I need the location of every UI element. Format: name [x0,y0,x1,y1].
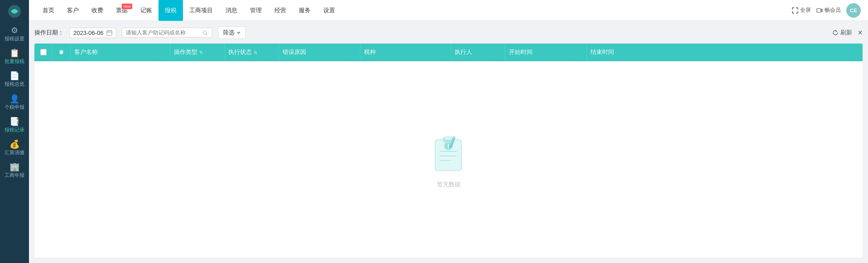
date-label: 操作日期： [34,29,64,37]
svg-rect-2 [106,30,111,35]
date-value: 2023-06-06 [73,29,104,36]
sidebar-item-huisuanjiaoshu[interactable]: 💰 汇算清缴 [0,136,29,159]
toolbar-right: 刷新 × [832,28,863,38]
th-executor: 执行人 [451,44,505,61]
batch-tax-icon: 📋 [10,49,19,57]
th-checkbox[interactable] [34,44,53,61]
th-error-reason: 错误原因 [279,44,360,61]
filter-button[interactable]: 筛选 [218,26,246,39]
table-header: 客户名称 操作类型 ⇅ 执行状态 ⇅ 错误原因 税种 执行人 [34,44,863,61]
refresh-icon [832,29,839,36]
th-exec-status[interactable]: 执行状态 ⇅ [225,44,279,61]
nav-manage[interactable]: 管理 [244,0,268,21]
sidebar-item-piliangbaoshui[interactable]: 📋 批量报税 [0,45,29,68]
svg-point-18 [448,147,449,148]
top-navigation: 首页 客户 收费 票据 new 记账 报税 工商项目 消息 管理 经营 服务 设… [29,0,868,21]
video-icon [816,7,823,14]
sidebar-item-baoshuizonglan[interactable]: 📄 报税总览 [0,68,29,91]
data-table: 客户名称 操作类型 ⇅ 执行状态 ⇅ 错误原因 税种 执行人 [34,44,863,258]
sidebar: ⚙ 报税设置 📋 批量报税 📄 报税总览 👤 个税申报 📑 报税记录 💰 汇算清… [0,0,29,263]
annual-report-icon: 🏢 [10,163,19,171]
nav-charge[interactable]: 收费 [85,0,110,21]
nav-customer[interactable]: 客户 [61,0,85,21]
sidebar-item-baoshuishezhi[interactable]: ⚙ 报税设置 [0,23,29,45]
nav-tax[interactable]: 报税 [158,0,183,21]
empty-illustration [428,131,469,176]
logo [0,0,29,23]
nav-message[interactable]: 消息 [219,0,244,21]
chevron-down-icon [236,30,241,35]
svg-rect-1 [817,9,821,12]
svg-rect-11 [445,136,452,140]
sidebar-item-baoshuijilu[interactable]: 📑 报税记录 [0,114,29,136]
topnav-right: 全屏 畅会员 CE [792,3,861,18]
nav-settings[interactable]: 设置 [317,0,341,21]
nav-business[interactable]: 工商项目 [183,0,219,21]
select-all-checkbox[interactable] [40,49,47,55]
th-start-time: 开始时间 [505,44,587,61]
personal-tax-icon: 👤 [10,95,19,103]
nav-invoice[interactable]: 票据 new [110,0,134,21]
settlement-icon: 💰 [10,140,19,148]
gear-icon [58,49,65,56]
refresh-button[interactable]: 刷新 [832,29,852,37]
fullscreen-icon [792,7,798,14]
th-tax-type: 税种 [360,44,451,61]
refresh-label: 刷新 [840,29,852,37]
date-picker[interactable]: 2023-06-06 [69,28,116,38]
nav-service[interactable]: 服务 [293,0,317,21]
th-end-time: 结束时间 [587,44,659,61]
th-client-name: 客户名称 [71,44,170,61]
fullscreen-button[interactable]: 全屏 [792,6,811,14]
search-input[interactable] [126,29,203,36]
sort-op-type-icon: ⇅ [199,50,203,55]
main-area: 首页 客户 收费 票据 new 记账 报税 工商项目 消息 管理 经营 服务 设… [29,0,868,263]
svg-line-7 [206,34,208,35]
th-op-type[interactable]: 操作类型 ⇅ [170,44,225,61]
nav-account[interactable]: 记账 [134,0,158,21]
search-icon [202,30,208,36]
search-wrap [122,28,212,38]
new-badge: new [122,4,132,10]
table-body: 暂无数据 [34,61,863,258]
toolbar: 操作日期： 2023-06-06 筛选 [34,26,863,39]
member-button[interactable]: 畅会员 [816,6,841,14]
avatar[interactable]: CE [846,3,861,18]
content-area: 操作日期： 2023-06-06 筛选 [29,21,868,263]
nav-operation[interactable]: 经营 [268,0,293,21]
sidebar-item-geshuishenbao[interactable]: 👤 个税申报 [0,91,29,114]
empty-text: 暂无数据 [437,180,460,189]
th-gear[interactable] [53,44,71,61]
close-button[interactable]: × [858,28,863,38]
sort-exec-status-icon: ⇅ [254,50,257,55]
nav-home[interactable]: 首页 [36,0,61,21]
record-icon: 📑 [10,117,19,126]
svg-point-6 [203,30,207,34]
filter-label: 筛选 [223,29,235,37]
calendar-icon [106,30,112,36]
overview-icon: 📄 [10,72,19,80]
sidebar-item-gongshangnianbaao[interactable]: 🏢 工商年报 [0,159,29,182]
settings-icon: ⚙ [11,26,18,34]
